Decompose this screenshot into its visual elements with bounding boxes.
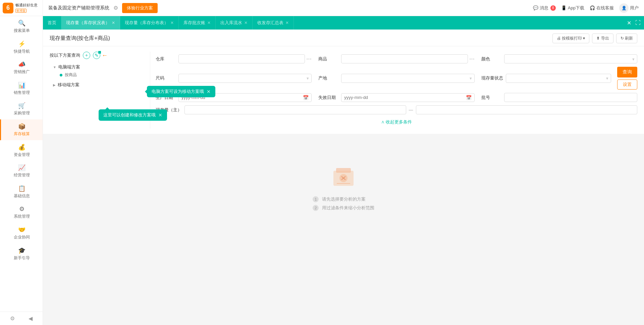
filter-row2: 尺码 ▾ 产地 ▾ xyxy=(156,67,637,90)
sidebar: 6 畅通好好生意 标准版 🔍 搜索菜单 ⚡ 快捷导航 📣 营销推广 📊 销售管理… xyxy=(0,0,43,325)
stock-status-select[interactable] xyxy=(506,74,611,83)
online-support-button[interactable]: 🎧 在线客服 xyxy=(590,5,614,11)
goods-label: 商品 xyxy=(318,56,338,62)
scheme-group-mobile: ▶ 移动端方案 xyxy=(53,81,145,89)
reset-button[interactable]: 设置 xyxy=(617,79,637,90)
logo-text: 畅通好好生意 标准版 xyxy=(15,3,38,13)
size-select[interactable] xyxy=(178,74,312,83)
tab-inventory-distribution[interactable]: 现存量（库存分布表） ✕ xyxy=(120,16,179,30)
avatar: 👤 xyxy=(619,3,629,13)
empty-illustration xyxy=(327,161,360,191)
sidebar-item-search[interactable]: 🔍 搜索菜单 xyxy=(0,16,43,37)
sidebar-footer: ⚙ ◀ xyxy=(0,312,43,325)
tooltip2-close[interactable]: ✕ xyxy=(158,112,162,118)
search-icon: 🔍 xyxy=(18,19,25,27)
edit-scheme-button[interactable]: ✎ xyxy=(93,52,100,59)
tab-batch-account[interactable]: 库存批次账 ✕ xyxy=(179,16,216,30)
tab-close-inventory-status[interactable]: ✕ xyxy=(112,20,115,25)
tooltip1-close[interactable]: ✕ xyxy=(207,89,211,94)
tab-close-batch[interactable]: ✕ xyxy=(207,20,211,25)
tabbar-end: ✕ ⛶ xyxy=(624,20,644,26)
search-button[interactable]: 查询 xyxy=(617,67,637,77)
refresh-button[interactable]: ↻ 刷新 xyxy=(616,34,637,43)
sidebar-item-basic-info[interactable]: 📋 基础信息 xyxy=(0,181,43,202)
print-button[interactable]: 🖨 按模板打印 ▾ xyxy=(552,34,590,43)
filter-label: 按以下方案查询 xyxy=(50,52,80,58)
sidebar-item-nav[interactable]: ⚡ 快捷导航 xyxy=(0,37,43,58)
scheme-item-by-goods[interactable]: 按商品 xyxy=(53,71,145,79)
message-button[interactable]: 💬 消息 8 xyxy=(533,5,556,11)
sidebar-item-collaboration[interactable]: 🤝 企业协同 xyxy=(0,223,43,243)
sidebar-item-settings[interactable]: ⚙ 系统管理 xyxy=(0,202,43,223)
sidebar-item-inventory[interactable]: 📦 库存核算 xyxy=(0,119,43,140)
export-button[interactable]: ⬆ 导出 xyxy=(592,34,613,43)
batch-input[interactable] xyxy=(504,93,637,102)
collapse-icon: ▶ xyxy=(53,83,56,87)
range-separator: — xyxy=(409,107,413,112)
inventory-icon: 📦 xyxy=(18,123,25,130)
sidebar-item-purchase[interactable]: 🛒 采购管理 xyxy=(0,99,43,119)
finance-icon: 💰 xyxy=(18,144,25,151)
refresh-icon: ↻ xyxy=(621,36,624,41)
app-download-button[interactable]: 📱 App下载 xyxy=(561,5,584,11)
sidebar-item-operations[interactable]: 📈 经营管理 xyxy=(0,161,43,181)
page-header: 现存量查询(按仓库+商品) 🖨 按模板打印 ▾ ⬆ 导出 ↻ 刷新 xyxy=(43,30,644,46)
cart-icon: 🛒 xyxy=(18,102,25,109)
stock-status-label: 现存量状态 xyxy=(481,75,503,81)
color-label: 颜色 xyxy=(481,56,501,62)
sidebar-item-marketing[interactable]: 📣 营销推广 xyxy=(0,57,43,78)
empty-hint1: 1 请先选择要分析的方案 xyxy=(313,195,374,204)
industry-plan-button[interactable]: 体验行业方案 xyxy=(122,3,158,13)
color-filter: 颜色 ▾ xyxy=(481,54,637,63)
chevron-up-icon: ∧ xyxy=(381,119,386,124)
tooltip-create-scheme: 这里可以创建和修改方案哦 ✕ xyxy=(99,109,167,121)
origin-label: 产地 xyxy=(318,75,338,81)
origin-filter: 产地 ▾ xyxy=(318,67,474,90)
tooltip-pc-to-mobile: 电脑方案可设为移动方案哦 ✕ xyxy=(147,86,215,97)
scheme-group-pc-title[interactable]: ▼ 电脑端方案 xyxy=(53,63,145,71)
warehouse-input[interactable] xyxy=(178,54,305,63)
tab-expand[interactable]: ⛶ xyxy=(635,20,641,26)
stock-qty-max[interactable] xyxy=(416,105,638,114)
scheme-list: ▼ 电脑端方案 按商品 ▶ 移动端方案 xyxy=(50,63,145,94)
tab-flow[interactable]: 出入库流水 ✕ xyxy=(216,16,253,30)
sidebar-logo: 6 畅通好好生意 标准版 xyxy=(0,0,43,16)
warehouse-more-icon[interactable]: ⋯ xyxy=(306,56,312,62)
footer-collapse-button[interactable]: ◀ xyxy=(29,315,33,322)
origin-select[interactable] xyxy=(341,74,474,83)
tab-summary[interactable]: 收发存汇总表 ✕ xyxy=(253,16,294,30)
sales-icon: 📊 xyxy=(18,82,25,89)
tab-close-distribution[interactable]: ✕ xyxy=(170,20,174,25)
sidebar-item-sales[interactable]: 📊 销售管理 xyxy=(0,78,43,99)
goods-more-icon[interactable]: ⋯ xyxy=(469,56,475,62)
sidebar-item-guide[interactable]: 🎓 新手引导 xyxy=(0,243,43,264)
operations-icon: 📈 xyxy=(18,164,25,171)
user-button[interactable]: 👤 用户 xyxy=(619,3,639,13)
tab-inventory-status[interactable]: 现存量（库存状况表） ✕ xyxy=(61,16,120,30)
topbar: 装备及固定资产辅助管理系统 ⚙ 体验行业方案 💬 消息 8 📱 App下载 🎧 … xyxy=(43,0,644,16)
topbar-settings-icon[interactable]: ⚙ xyxy=(113,5,118,11)
tab-home[interactable]: 首页 xyxy=(43,16,61,30)
scheme-group-mobile-title[interactable]: ▶ 移动端方案 xyxy=(53,81,145,89)
expand-icon: ▼ xyxy=(53,65,56,69)
collapse-conditions-button[interactable]: ∧ 收起更多条件 xyxy=(156,116,637,128)
footer-settings-button[interactable]: ⚙ xyxy=(10,315,15,322)
filter-header: 按以下方案查询 ＋ ✎ ← xyxy=(50,52,145,59)
tab-close-flow[interactable]: ✕ xyxy=(244,20,248,25)
add-scheme-button[interactable]: ＋ xyxy=(83,52,90,59)
expiry-date-input[interactable]: 📅 xyxy=(341,93,474,102)
batch-filter: 批号 xyxy=(481,93,637,102)
filter-row3: 生产日期 📅 失效日期 📅 xyxy=(156,93,637,102)
sidebar-item-finance[interactable]: 💰 资金管理 xyxy=(0,140,43,161)
tab-close-all[interactable]: ✕ xyxy=(627,20,631,26)
filter-row4: 现存量（主） — xyxy=(156,105,637,114)
stock-qty-min[interactable] xyxy=(184,105,406,114)
expiry-date-text[interactable] xyxy=(344,95,464,100)
goods-input[interactable] xyxy=(341,54,468,63)
color-select[interactable] xyxy=(504,54,637,63)
expiry-date-label: 失效日期 xyxy=(318,95,338,101)
empty-state: 1 请先选择要分析的方案 2 用过滤条件来缩小分析范围 xyxy=(43,134,644,239)
tab-close-summary[interactable]: ✕ xyxy=(285,20,289,25)
empty-hint2: 2 用过滤条件来缩小分析范围 xyxy=(313,204,374,212)
hint-num-2: 2 xyxy=(313,205,319,211)
